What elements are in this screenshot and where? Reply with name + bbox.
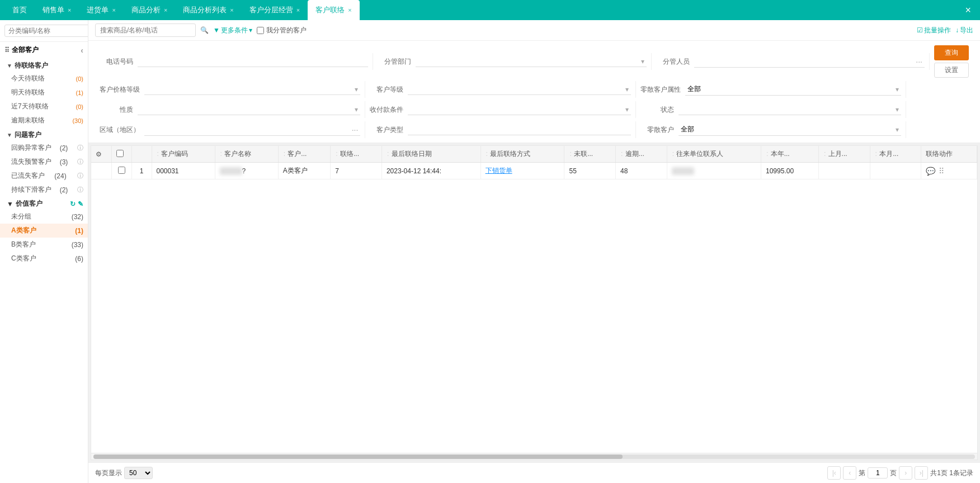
problem-group-label: ▼ 问题客户 xyxy=(0,127,88,141)
churn-warning-info-icon: ⓘ xyxy=(77,158,83,166)
scrollbar-track[interactable] xyxy=(93,454,975,459)
more-conditions-btn[interactable]: ▼ 更多条件 ▾ xyxy=(213,26,252,35)
col-this-year[interactable]: : 本年... xyxy=(761,146,819,163)
payment-dropdown[interactable]: ▾ xyxy=(408,105,630,115)
close-sales-tab[interactable]: × xyxy=(68,7,71,13)
col-last-contact-method[interactable]: : 最后联络方式 xyxy=(480,146,564,163)
tab-customer-contact[interactable]: 客户联络 × xyxy=(308,0,359,20)
sidebar-item-today-pending[interactable]: 今天待联络 (0) xyxy=(0,72,88,86)
col-not-contacted[interactable]: : 未联... xyxy=(564,146,616,163)
sidebar-search-input[interactable] xyxy=(4,25,88,37)
col-unit-contact[interactable]: : 往来单位联系人 xyxy=(667,146,761,163)
tab-purchase[interactable]: 进货单 × xyxy=(79,0,123,20)
filter-cell-customer-type: 客户类型 xyxy=(365,121,635,138)
customer-type-input[interactable] xyxy=(408,125,630,135)
tab-goods-analysis[interactable]: 商品分析 × xyxy=(124,0,175,20)
setting-button[interactable]: 设置 xyxy=(934,63,969,78)
retail-attr-value: 全部 xyxy=(687,84,701,94)
page-input[interactable] xyxy=(868,467,888,479)
price-grade-dropdown[interactable]: ▾ xyxy=(144,84,360,95)
per-page-selector: 每页显示 50 100 200 xyxy=(95,467,153,479)
export-button[interactable]: ↓ 导出 xyxy=(955,26,973,35)
dept-dropdown[interactable]: ▾ xyxy=(416,56,646,67)
customer-grade-dropdown[interactable]: ▾ xyxy=(408,84,630,95)
tab-customer-segment[interactable]: 客户分层经营 × xyxy=(242,0,308,20)
manager-dropdown[interactable]: ··· xyxy=(694,56,925,68)
row-action-cell: 💬 ⠿ xyxy=(921,163,977,179)
sidebar-item-declining[interactable]: 持续下滑客户 (2) ⓘ xyxy=(0,183,88,197)
col-settings[interactable]: ⚙ xyxy=(91,146,111,163)
col-contact[interactable]: : 联络... xyxy=(331,146,382,163)
sidebar-item-b-class[interactable]: B类客户 (33) xyxy=(0,238,88,252)
retail-attr-dropdown[interactable]: 全部 ▾ xyxy=(685,83,901,96)
retail-arrow-icon: ▾ xyxy=(896,126,899,134)
status-dropdown[interactable]: ▾ xyxy=(679,105,901,115)
close-customer-segment-tab[interactable]: × xyxy=(296,7,300,13)
nature-dropdown[interactable]: ▾ xyxy=(138,105,360,115)
phone-input[interactable] xyxy=(138,56,368,67)
col-overdue[interactable]: : 逾期... xyxy=(616,146,667,163)
sidebar-item-overdue-pending[interactable]: 逾期未联络 (30) xyxy=(0,113,88,127)
first-page-btn[interactable]: |‹ xyxy=(827,466,841,480)
sidebar-item-c-class[interactable]: C类客户 (6) xyxy=(0,252,88,266)
col-seq xyxy=(131,146,152,163)
close-purchase-tab[interactable]: × xyxy=(112,7,115,13)
last-contact-method-link[interactable]: 下销货单 xyxy=(486,167,512,174)
filter-search-input[interactable] xyxy=(95,23,196,37)
my-customers-filter[interactable]: 我分管的客户 xyxy=(257,26,307,35)
close-all-tabs[interactable]: × xyxy=(960,4,976,16)
sidebar-item-a-class[interactable]: A类客户 (1) xyxy=(0,224,88,238)
my-customers-checkbox[interactable] xyxy=(257,27,264,34)
select-all-checkbox[interactable] xyxy=(116,150,124,157)
sidebar-item-churned[interactable]: 已流失客户 (24) ⓘ xyxy=(0,169,88,183)
edit-group-icon[interactable]: ✎ xyxy=(78,200,83,208)
sidebar-item-abnormal-repurchase[interactable]: 回购异常客户 (2) ⓘ xyxy=(0,141,88,155)
filter-cell-nature: 性质 ▾ xyxy=(95,101,365,118)
prev-page-btn[interactable]: ‹ xyxy=(843,466,856,480)
payment-arrow-icon: ▾ xyxy=(625,106,629,113)
last-page-btn[interactable]: ›| xyxy=(915,466,928,480)
filter-search-icon[interactable]: 🔍 xyxy=(200,26,209,34)
col-last-contact-date[interactable]: : 最后联络日期 xyxy=(381,146,480,163)
tab-home[interactable]: 首页 xyxy=(4,0,35,20)
tri-icon3: ▼ xyxy=(7,200,13,208)
col-last-month[interactable]: : 上月... xyxy=(818,146,870,163)
tab-goods-analysis-list[interactable]: 商品分析列表 × xyxy=(175,0,241,20)
sidebar-item-7days-pending[interactable]: 近7天待联络 (0) xyxy=(0,100,88,113)
col-this-month[interactable]: : 本月... xyxy=(870,146,921,163)
col-name[interactable]: : 客户名称 xyxy=(215,146,278,163)
query-button[interactable]: 查询 xyxy=(934,45,969,60)
per-page-select[interactable]: 50 100 200 xyxy=(124,467,153,479)
batch-op-button[interactable]: ☑ 批量操作 xyxy=(917,26,951,35)
sidebar-item-unclassified[interactable]: 未分组 (32) xyxy=(0,210,88,224)
row-checkbox-cell[interactable] xyxy=(111,163,131,179)
close-goods-analysis-list-tab[interactable]: × xyxy=(230,7,233,13)
col-type[interactable]: : 客户... xyxy=(278,146,331,163)
col-code[interactable]: : 客户编码 xyxy=(152,146,215,163)
row-last-month-cell xyxy=(818,163,870,179)
close-goods-analysis-tab[interactable]: × xyxy=(164,7,167,13)
row-last-contact-method-cell[interactable]: 下销货单 xyxy=(480,163,564,179)
col-checkbox[interactable] xyxy=(111,146,131,163)
qr-icon[interactable]: ⠿ xyxy=(939,167,944,176)
next-page-btn[interactable]: › xyxy=(899,466,912,480)
manager-label: 分管人员 xyxy=(656,57,690,67)
row-not-contacted-cell: 55 xyxy=(564,163,616,179)
collapse-icon[interactable]: ‹ xyxy=(81,46,83,55)
tri-icon: ▼ xyxy=(7,63,12,69)
export-icon: ↓ xyxy=(955,26,959,34)
retail-attr-label: 零散客户属性 xyxy=(640,85,681,94)
row-type-cell: A类客户 xyxy=(278,163,331,179)
row-checkbox[interactable] xyxy=(118,167,125,174)
chat-icon[interactable]: 💬 xyxy=(926,167,935,176)
region-dropdown[interactable]: ··· xyxy=(144,124,360,136)
sidebar-item-tomorrow-pending[interactable]: 明天待联络 (1) xyxy=(0,86,88,100)
sidebar-item-churn-warning[interactable]: 流失预警客户 (3) ⓘ xyxy=(0,155,88,169)
close-customer-contact-tab[interactable]: × xyxy=(348,7,351,13)
tab-sales[interactable]: 销售单 × xyxy=(35,0,79,20)
table-header-row: ⚙ : 客户编码 : 客户名称 : 客户... : 联络... : 最后联络日期… xyxy=(91,146,977,163)
all-customers-header[interactable]: ⠿ 全部客户 ‹ xyxy=(0,42,88,58)
retail-dropdown[interactable]: 全部 ▾ xyxy=(679,124,901,136)
scrollbar-thumb[interactable] xyxy=(93,454,623,459)
refresh-icon[interactable]: ↻ xyxy=(70,200,76,208)
